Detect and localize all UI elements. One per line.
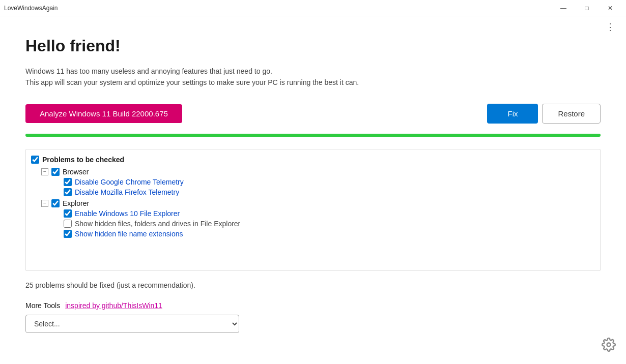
three-dot-menu[interactable]: ⋮ [606,21,616,33]
explorer-checkbox[interactable] [51,199,60,207]
explorer-collapse-btn[interactable]: − [41,200,48,207]
firefox-telemetry-checkbox[interactable] [64,188,72,196]
browser-collapse-btn[interactable]: − [41,168,48,175]
svg-point-0 [607,343,611,347]
checklist-scroll[interactable]: Problems to be checked − Browser Disable… [25,149,601,271]
file-extensions-item: Show hidden file name extensions [64,230,595,238]
progress-bar-fill [25,134,601,137]
explorer-label[interactable]: Explorer [63,199,89,207]
minimize-button[interactable]: — [552,0,575,16]
explorer-group-header: − Explorer [41,199,595,207]
more-tools-label: More Tools [25,301,60,310]
tools-select[interactable]: Select... Tool 1 Tool 2 Tool 3 [25,315,239,333]
analyze-button[interactable]: Analyze Windows 11 Build 22000.675 [25,104,182,123]
browser-checkbox[interactable] [51,168,60,176]
win10-explorer-item: Enable Windows 10 File Explorer [64,209,595,218]
description-line2: This app will scan your system and optim… [25,78,359,86]
description-line1: Windows 11 has too many useless and anno… [25,67,272,75]
fix-button[interactable]: Fix [487,104,538,124]
browser-label[interactable]: Browser [63,168,89,176]
checklist-area: Problems to be checked − Browser Disable… [25,149,601,271]
file-extensions-label[interactable]: Show hidden file name extensions [75,230,183,238]
gear-icon-container[interactable] [602,338,616,354]
app-container: ⋮ Hello friend! Windows 11 has too many … [0,16,626,364]
explorer-group: − Explorer Enable Windows 10 File Explor… [41,199,595,238]
titlebar: LoveWindowsAgain — □ ✕ [0,0,626,16]
close-button[interactable]: ✕ [599,0,622,16]
status-text: 25 problems should be fixed (just a reco… [25,281,601,289]
chrome-telemetry-label[interactable]: Disable Google Chrome Telemetry [75,178,184,186]
firefox-telemetry-item: Disable Mozilla Firefox Telemetry [64,188,595,196]
gear-icon [602,338,616,352]
chrome-telemetry-checkbox[interactable] [64,178,72,186]
win10-explorer-checkbox[interactable] [64,209,72,218]
win10-explorer-label[interactable]: Enable Windows 10 File Explorer [75,209,180,218]
maximize-button[interactable]: □ [575,0,599,16]
root-checkbox[interactable] [31,156,39,164]
browser-group: − Browser Disable Google Chrome Telemetr… [41,168,595,196]
action-row: Analyze Windows 11 Build 22000.675 Fix R… [25,104,601,124]
page-title: Hello friend! [25,37,601,55]
hidden-files-item: Show hidden files, folders and drives in… [64,220,595,228]
hidden-files-checkbox[interactable] [64,220,72,228]
browser-group-header: − Browser [41,168,595,176]
app-description: Windows 11 has too many useless and anno… [25,66,601,88]
right-buttons: Fix Restore [487,104,601,124]
hidden-files-label[interactable]: Show hidden files, folders and drives in… [75,220,240,228]
file-extensions-checkbox[interactable] [64,230,72,238]
more-tools-link[interactable]: inspired by github/ThisIsWin11 [65,301,162,310]
restore-button[interactable]: Restore [542,104,601,124]
progress-bar-container [25,134,601,137]
titlebar-controls: — □ ✕ [552,0,622,16]
firefox-telemetry-label[interactable]: Disable Mozilla Firefox Telemetry [75,188,179,196]
titlebar-title: LoveWindowsAgain [4,5,58,12]
main-content: ⋮ Hello friend! Windows 11 has too many … [0,16,626,364]
root-checkbox-label[interactable]: Problems to be checked [42,156,124,164]
root-check-item: Problems to be checked [31,156,595,164]
chrome-telemetry-item: Disable Google Chrome Telemetry [64,178,595,186]
more-tools-section: More Tools inspired by github/ThisIsWin1… [25,301,601,310]
